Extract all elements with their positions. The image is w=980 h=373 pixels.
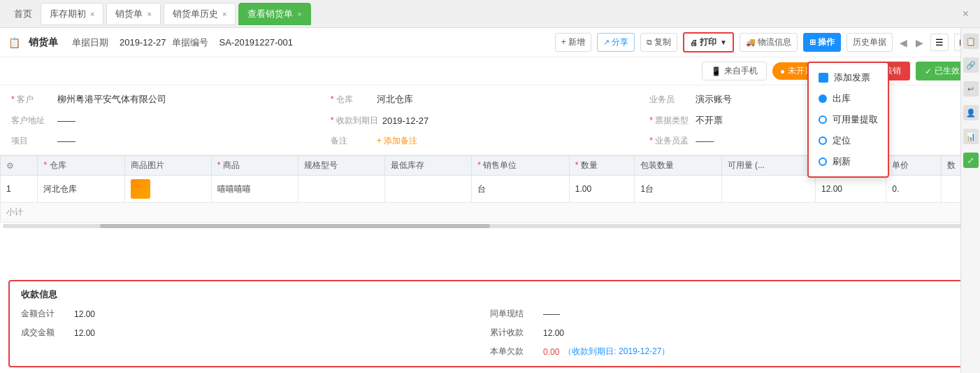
bottom-info-box: 收款信息 金额合计 12.00 成交金额 12.00 同单现结 —— xyxy=(8,280,972,367)
dropdown-outbound[interactable]: 出库 xyxy=(809,88,888,109)
outbound-label: 出库 xyxy=(833,92,851,105)
owe-note: （收款到期日: 2019-12-27） xyxy=(563,346,670,358)
doc-number-value: SA-20191227-001 xyxy=(219,37,294,48)
due-date-value: 2019-12-27 xyxy=(382,115,429,126)
table-scrollbar[interactable] xyxy=(3,224,977,228)
accumulated-value: 12.00 xyxy=(543,328,564,338)
available-label: 可用量提取 xyxy=(833,113,878,126)
note-row: 备注 + 添加备注 xyxy=(331,133,650,149)
tab-sales-history[interactable]: 销货单历史 × xyxy=(164,3,236,25)
deal-row: 成交金额 12.00 xyxy=(21,325,490,340)
new-label: + 新增 xyxy=(561,36,585,48)
deal-label: 成交金额 xyxy=(21,327,70,339)
locate-label: 定位 xyxy=(833,134,851,147)
same-order-row: 同单现结 —— xyxy=(490,307,959,321)
copy-button[interactable]: ⧉ 复制 xyxy=(640,33,677,52)
address-row: 客户地址 —— xyxy=(11,112,331,129)
sidebar-icon-return[interactable]: ↩ xyxy=(963,81,979,97)
right-sidebar: 📋 🔗 ↩ 👤 📊 ⤢ xyxy=(960,28,980,373)
row-qty: 1.00 xyxy=(569,176,635,203)
same-order-value: —— xyxy=(543,309,560,319)
next-button[interactable]: ▶ xyxy=(916,37,923,48)
tab-sales-close[interactable]: × xyxy=(147,10,151,18)
subtotal-row: 小计 xyxy=(1,203,980,223)
new-button[interactable]: + 新增 xyxy=(555,33,591,52)
toolbar: 📋 销货单 单据日期 2019-12-27 单据编号 SA-20191227-0… xyxy=(0,28,980,57)
add-note-button[interactable]: + 添加备注 xyxy=(377,135,417,147)
share-label: 分享 xyxy=(612,36,628,48)
list-view-button[interactable]: ☰ xyxy=(930,34,949,51)
owe-row: 本单欠款 0.00 （收款到期日: 2019-12-27） xyxy=(490,344,959,359)
accumulated-row: 累计收款 12.00 xyxy=(490,325,959,340)
product-thumbnail xyxy=(131,179,150,199)
sidebar-icon-doc[interactable]: 📋 xyxy=(963,34,979,49)
phone-icon: 📱 xyxy=(711,66,721,76)
history-button[interactable]: 历史单据 xyxy=(846,33,893,52)
doc-number-label: 单据编号 xyxy=(172,36,208,49)
action-label: 操作 xyxy=(818,36,835,48)
project-value: —— xyxy=(57,136,75,146)
sidebar-icon-chart[interactable]: 📊 xyxy=(963,129,979,144)
col-product: 商品 xyxy=(211,156,298,176)
from-phone-button[interactable]: 📱 来自手机 xyxy=(702,62,767,80)
tab-sales-label: 销货单 xyxy=(115,8,143,20)
due-date-label: 收款到期日 xyxy=(331,115,378,127)
prev-button[interactable]: ◀ xyxy=(900,37,907,48)
row-stock: 12.00 xyxy=(816,176,886,203)
sidebar-icon-user[interactable]: 👤 xyxy=(963,105,979,120)
col-warehouse: 仓库 xyxy=(38,156,124,176)
row-price: 0. xyxy=(886,176,941,203)
project-label: 项目 xyxy=(11,135,53,147)
col-min-stock: 最低库存 xyxy=(385,156,472,176)
from-phone-label: 来自手机 xyxy=(724,65,758,77)
available-icon xyxy=(819,115,827,124)
accumulated-label: 累计收款 xyxy=(490,327,539,339)
dropdown-add-invoice[interactable]: 添加发票 xyxy=(809,67,888,88)
add-invoice-label: 添加发票 xyxy=(834,71,870,84)
customer-row: 客户 柳州粤港平安气体有限公司 xyxy=(11,91,331,108)
dropdown-refresh[interactable]: 刷新 xyxy=(809,151,888,172)
print-button[interactable]: 🖨 打印 ▼ xyxy=(683,32,734,52)
owe-label: 本单欠款 xyxy=(490,346,539,358)
share-button[interactable]: ↗ 分享 xyxy=(597,33,635,52)
sidebar-icon-link[interactable]: 🔗 xyxy=(963,57,979,73)
staff-value: 演示账号 xyxy=(696,93,732,106)
info-grid: 金额合计 12.00 成交金额 12.00 同单现结 —— 累计收款 xyxy=(21,307,959,359)
bottom-info-title: 收款信息 xyxy=(21,288,959,301)
doc-date-label: 单据日期 xyxy=(72,36,108,49)
tab-view-sales-close[interactable]: × xyxy=(297,10,301,18)
due-date-row: 收款到期日 2019-12-27 xyxy=(331,112,650,129)
dropdown-available[interactable]: 可用量提取 xyxy=(809,109,888,130)
staff2-value: —— xyxy=(696,136,714,146)
row-warehouse: 河北仓库 xyxy=(38,176,124,203)
tab-sales-history-close[interactable]: × xyxy=(222,10,226,18)
action-button[interactable]: ⊞ 操作 xyxy=(803,33,841,52)
outbound-icon xyxy=(819,94,827,103)
ticket-value: 不开票 xyxy=(696,114,723,127)
tab-sales[interactable]: 销货单 × xyxy=(106,3,160,25)
sidebar-icon-expand[interactable]: ⤢ xyxy=(963,153,979,168)
tab-view-sales-label: 查看销货单 xyxy=(247,8,293,20)
add-invoice-icon xyxy=(819,73,828,83)
col-gear: ⚙ xyxy=(1,156,38,176)
tab-home[interactable]: 首页 xyxy=(6,8,41,20)
tab-inventory-close[interactable]: × xyxy=(90,10,94,18)
col-spec: 规格型号 xyxy=(298,156,385,176)
tab-inventory[interactable]: 库存期初 × xyxy=(41,3,103,25)
col-qty: 数量 xyxy=(569,156,635,176)
deal-value: 12.00 xyxy=(74,328,95,338)
col-unit: 销售单位 xyxy=(472,156,569,176)
locate-icon xyxy=(819,136,827,145)
doc-title: 销货单 xyxy=(29,36,58,49)
window-close-button[interactable]: × xyxy=(957,8,974,20)
row-available xyxy=(721,176,815,203)
tab-inventory-label: 库存期初 xyxy=(50,8,86,20)
gear-icon[interactable]: ⚙ xyxy=(6,161,14,171)
not-open-icon: ● xyxy=(780,66,785,76)
tab-view-sales[interactable]: 查看销货单 × xyxy=(238,3,310,25)
dropdown-locate[interactable]: 定位 xyxy=(809,130,888,151)
staff-label: 业务员 xyxy=(649,94,691,106)
note-label: 备注 xyxy=(331,135,373,147)
row-pack-qty: 1台 xyxy=(635,176,721,203)
logistics-button[interactable]: 🚚 物流信息 xyxy=(740,33,798,52)
